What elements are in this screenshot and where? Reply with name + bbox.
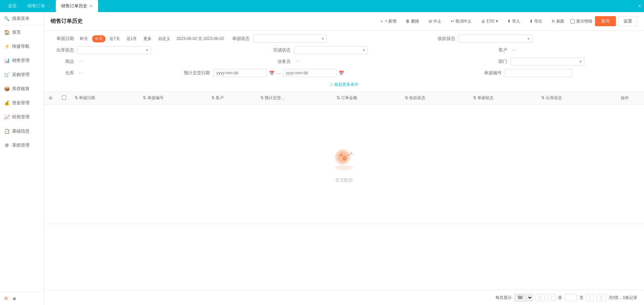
bill-status-select[interactable]: ▾ (253, 35, 327, 43)
quick-nav-icon: ⚡ (4, 44, 9, 49)
new-icon: ＋ (380, 18, 384, 24)
date-tab-custom[interactable]: 自定义 (156, 35, 173, 42)
date-tab-7days[interactable]: 近7天 (107, 35, 123, 42)
warehouse-input[interactable]: ··· (79, 70, 83, 76)
expected-date-to[interactable] (283, 69, 337, 77)
tab-sales-order[interactable]: 销售订单 ✕ (22, 0, 56, 12)
warehouse-filter: ··· (77, 70, 183, 76)
first-page-btn[interactable]: ⟨⟨ (535, 294, 545, 301)
col-expected[interactable]: ⇅ 预计交货... (256, 92, 333, 105)
refresh-button[interactable]: ↻ 刷新 (548, 17, 568, 26)
sidebar-item-inventory-label: 库存核算 (12, 86, 30, 92)
sidebar: 🔍 搜索菜单 🏠 首页 ⚡ 快捷导航 📊 销售管理 🛒 采购管理 📦 库存核算 … (0, 12, 44, 305)
sidebar-item-home[interactable]: 🏠 首页 (0, 25, 43, 39)
query-button[interactable]: 查询 (595, 16, 616, 26)
col-no[interactable]: ⇅ 单据编号 (139, 92, 207, 105)
stop-button[interactable]: ⊘ 中止 (425, 17, 445, 26)
page-size-label: 每页显示 (496, 295, 512, 301)
bill-no-input[interactable] (505, 69, 572, 77)
sidebar-item-basic-info[interactable]: 📋 基础信息 (0, 124, 43, 138)
sidebar-item-finance[interactable]: 💰 资金管理 (0, 96, 43, 110)
page-title: 销售订单历史 (50, 18, 83, 25)
col-amount[interactable]: ⇅ 订单金额 (333, 92, 401, 105)
out-status-select[interactable]: ▾ (77, 46, 151, 54)
finance-icon: 💰 (4, 100, 9, 106)
content-area: 销售订单历史 ＋ + 新增 🗑 删除 ⊘ 中止 ↩ 取消中止 (44, 12, 644, 305)
col-receipt-status[interactable]: ⇅ 收款状态 (401, 92, 469, 105)
tab-sales-order-label: 销售订单 (28, 3, 45, 9)
col-ops-label: 操作 (621, 96, 629, 100)
bill-no-filter (505, 69, 637, 77)
sidebar-collapse-icon[interactable]: ◀ (12, 296, 15, 301)
col-out-status[interactable]: ⇅ 出库状态 (537, 92, 605, 105)
col-bill-status-label: ⇅ 单据状态 (473, 96, 493, 100)
date-label: 单据日期 (50, 36, 77, 42)
out-status-label: 出库状态 (50, 47, 77, 53)
import-button[interactable]: ⬆ 导入 (504, 17, 523, 26)
current-page-input[interactable]: 1 (565, 294, 577, 301)
tab-sales-order-close[interactable]: ✕ (47, 4, 50, 8)
prev-page-btn[interactable]: ⟨ (548, 294, 555, 301)
show-cols-checkbox[interactable]: 显示明细 (570, 18, 592, 24)
filter-row-4: 仓库 ··· 预计交货日期 📅 — 📅 单据编号 (50, 69, 637, 77)
sidebar-item-operations[interactable]: 📈 经营管理 (0, 110, 43, 124)
sidebar-item-purchase[interactable]: 🛒 采购管理 (0, 68, 43, 82)
tab-sales-order-history-close[interactable]: ✕ (89, 4, 93, 8)
setting-button[interactable]: 设置 (618, 16, 637, 26)
date-tab-1month[interactable]: 近1月 (124, 35, 140, 42)
date-tab-more[interactable]: 更多 (141, 35, 154, 42)
empty-state: 暂无数据 (44, 125, 644, 203)
collapse-bar[interactable]: △ 收起更多条件 (50, 80, 637, 87)
last-page-btn[interactable]: ⟩⟩ (597, 294, 606, 301)
page-size-select[interactable]: 50 20 100 (514, 294, 533, 302)
sidebar-item-system[interactable]: ⚙ 系统管理 (0, 138, 43, 152)
sidebar-settings-icon[interactable]: ⚙ (4, 296, 8, 301)
export-button[interactable]: ⬇ 导出 (526, 17, 546, 26)
cancel-stop-button[interactable]: ↩ 取消中止 (447, 17, 475, 26)
product-input[interactable]: ··· (79, 59, 83, 65)
show-cols-input[interactable] (570, 19, 575, 24)
sidebar-item-home-label: 首页 (12, 29, 21, 35)
import-label: 导入 (512, 18, 520, 24)
complete-status-select[interactable]: ▾ (294, 46, 368, 54)
date-tab-yesterday[interactable]: 昨天 (77, 35, 91, 42)
col-expected-label: ⇅ 预计交货... (260, 96, 284, 100)
tabs-container: 首页 销售订单 ✕ 销售订单历史 ✕ (3, 0, 98, 12)
calendar-from-icon[interactable]: 📅 (269, 71, 274, 76)
date-tab-today[interactable]: 今天 (92, 35, 105, 42)
tab-sales-order-history[interactable]: 销售订单历史 ✕ (56, 0, 98, 12)
tab-home-label: 首页 (8, 3, 17, 9)
svg-line-5 (351, 154, 353, 154)
next-page-btn[interactable]: ⟩ (586, 294, 594, 301)
receipt-status-select[interactable]: ▾ (459, 35, 532, 43)
search-icon: 🔍 (4, 16, 9, 21)
sidebar-item-sales[interactable]: 📊 销售管理 (0, 53, 43, 68)
table-settings-col[interactable]: ⚙ (44, 92, 57, 105)
delete-button[interactable]: 🗑 删除 (402, 17, 423, 26)
top-bar: 首页 销售订单 ✕ 销售订单历史 ✕ ✕ (0, 0, 644, 12)
sidebar-search[interactable]: 🔍 搜索菜单 (0, 12, 43, 25)
col-bill-status[interactable]: ⇅ 单据状态 (469, 92, 537, 105)
col-amount-label: ⇅ 订单金额 (337, 96, 357, 100)
expected-date-filter: 📅 — 📅 (213, 69, 478, 77)
table-checkbox-col[interactable] (57, 92, 71, 105)
window-close-btn[interactable]: ✕ (638, 4, 641, 8)
select-all-checkbox[interactable] (62, 96, 66, 100)
col-date[interactable]: ⇅ 单据日期 (71, 92, 139, 105)
expected-date-from[interactable] (213, 69, 267, 77)
print-button[interactable]: 🖨 打印 ▾ (478, 17, 501, 26)
bill-status-arrow: ▾ (322, 36, 324, 41)
calendar-to-icon[interactable]: 📅 (339, 71, 344, 76)
sidebar-item-quick-nav[interactable]: ⚡ 快捷导航 (0, 39, 43, 53)
new-button[interactable]: ＋ + 新增 (376, 17, 400, 26)
page-label-prefix: 第 (558, 295, 562, 301)
operations-icon: 📈 (4, 114, 9, 120)
department-select[interactable]: ▾ (511, 58, 585, 66)
tab-home[interactable]: 首页 (3, 0, 22, 12)
sidebar-item-inventory[interactable]: 📦 库存核算 (0, 82, 43, 96)
bill-status-filter: ▾ (253, 35, 432, 43)
empty-row: 暂无数据 (44, 105, 644, 224)
salesperson-input[interactable]: ··· (295, 59, 300, 65)
col-customer[interactable]: ⇅ 客户 (207, 92, 256, 105)
customer-input[interactable]: ··· (512, 47, 516, 53)
